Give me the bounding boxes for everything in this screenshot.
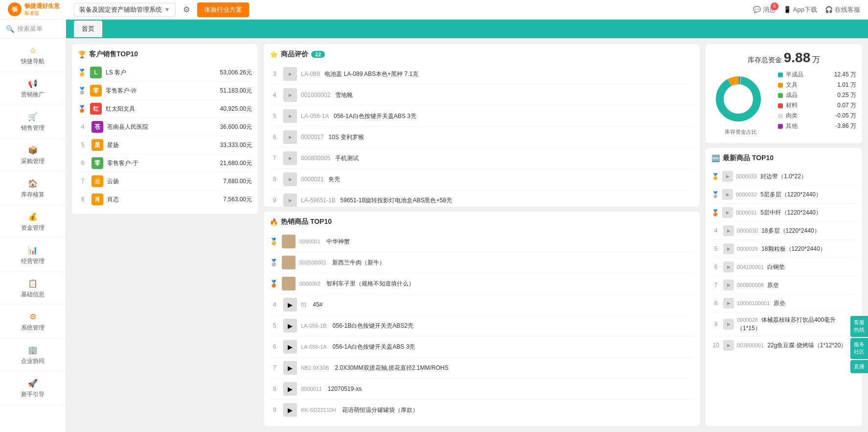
new-product-info: 004100001 白钢垫 (737, 263, 856, 271)
settings-icon[interactable]: ⚙ (180, 3, 193, 17)
product-info: LA-056-1A 056-1A白色按键开关盖ABS 3壳 (301, 112, 694, 120)
product-info: 0000017 10S 变利罗猴 (301, 133, 694, 142)
new-product-name: 5层多层（1220*2440） (760, 191, 822, 198)
sidebar-item-finance[interactable]: 💰 资金管理 (0, 205, 66, 239)
rank-num: 7 (270, 155, 279, 162)
service-label: 在线客服 (835, 5, 860, 14)
rank-num: 5 (78, 142, 88, 148)
item-img: ▶ (722, 207, 733, 218)
hot-product-code: 000500001 (299, 260, 326, 265)
new-product-item: 9 ▶ 0000028 体械荔枝味苏打饮品400毫升（1*15） (711, 312, 856, 336)
customer-avatar: 零 (90, 85, 102, 96)
new-product-code: 0000031 (736, 210, 757, 216)
new-product-item: 7 ▶ 000800008 原垒 (711, 276, 856, 294)
new-product-info: 0000031 5层中纤（1220*2440） (736, 209, 856, 217)
trial-button[interactable]: 体验行业方案 (197, 2, 249, 17)
sidebar-icon-marketing: 📢 (27, 78, 38, 89)
product-name: 夹壳 (328, 176, 340, 183)
sidebar-item-sales[interactable]: 🛒 销售管理 (0, 105, 66, 139)
product-img: ▶ (283, 151, 297, 165)
rank-num: 8 (270, 176, 279, 183)
new-product-item: 🥈 ▶ 0000032 5层多层（1220*2440） (711, 186, 856, 204)
float-btn-2[interactable]: 直播 (850, 360, 868, 373)
float-btn-1[interactable]: 服务 社区 (850, 338, 868, 359)
medal-icon: 🥈 (270, 259, 278, 266)
legend-value: 0.07 万 (837, 101, 856, 110)
new-products-title: 🆕 最新商品 TOP10 (711, 154, 856, 163)
customer-name: LS 客户 (106, 69, 216, 77)
new-product-item: 5 ▶ 0000029 18颗粒板（1220*2440） (711, 240, 856, 258)
hot-products-card: 🔥 热销商品 TOP10 🥇 0000001 中华神蟹 🥈 000500001 … (264, 212, 700, 426)
sidebar-label-purchase: 采购管理 (21, 157, 45, 166)
col-mid: ⭐ 商品评价 22 3 ▶ LA-089 电池盖 LA-089 ABS本色+黑种… (264, 44, 700, 426)
customer-avatar: 零 (91, 157, 103, 169)
message-item[interactable]: 💬 消息 6 (753, 5, 776, 14)
legend-label: 肉类 (786, 112, 832, 120)
app-download-item[interactable]: 📱 App下载 (783, 5, 817, 14)
new-product-code: 10000100001 (737, 300, 770, 306)
customer-name: 苍南县人民医院 (107, 123, 216, 131)
sidebar-item-guide[interactable]: 🚀 新手引导 (0, 372, 66, 405)
rank-num: 6 (711, 264, 720, 270)
hot-product-name: 12070519-xs (328, 385, 362, 392)
medal-icon: 🥇 (711, 173, 719, 180)
legend-dot (778, 124, 783, 129)
sidebar-item-purchase[interactable]: 📦 采购管理 (0, 139, 66, 172)
sidebar-search[interactable]: 🔍 搜索菜单 (0, 20, 66, 39)
rank-num: 9 (711, 321, 720, 328)
hot-product-name: 45# (313, 301, 322, 308)
legend-item: 成品 0.25 万 (778, 91, 856, 99)
legend-item: 其他 -3.86 万 (778, 122, 856, 130)
product-ranking-item: 5 ▶ LA-056-1A 056-1A白色按键开关盖ABS 3壳 (270, 106, 694, 127)
float-btn-0[interactable]: 客服 热线 (850, 316, 868, 337)
sidebar-item-enterprise[interactable]: 🏢 企业协同 (0, 338, 66, 372)
legend-value: 1.01 万 (837, 81, 856, 89)
hot-product-code: 0000011 (301, 386, 322, 392)
inventory-card: 库存总资金 9.88 万 (706, 44, 862, 143)
tab-home[interactable]: 首页 (74, 21, 102, 37)
legend-label: 其他 (786, 122, 832, 130)
search-icon: 🔍 (6, 25, 14, 33)
sidebar-item-home[interactable]: ⌂ 快捷导航 (0, 39, 66, 72)
item-img: ▶ (723, 319, 734, 330)
inventory-legend: 半成品 12.45 万 文具 1.01 万 成品 0.25 万 材料 0.07 … (778, 71, 856, 132)
rank-num: 7 (270, 364, 279, 371)
product-ranking-title: ⭐ 商品评价 22 (270, 50, 694, 59)
sidebar-icon-home: ⌂ (27, 45, 38, 55)
system-select[interactable]: 装备及固定资产辅助管理系统 ▼ (74, 3, 176, 17)
service-item[interactable]: 🎧 在线客服 (825, 5, 860, 14)
new-product-item: 10 ▶ 003800001 22g鱼豆腐·烧烤味（1*12*20） (711, 336, 856, 354)
customer-name: 肖态 (107, 195, 219, 204)
customer-avatar: L (90, 67, 102, 78)
rank-num: 8 (711, 300, 720, 307)
phone-icon: 📱 (783, 6, 791, 13)
sidebar-item-operation[interactable]: 📊 经营管理 (0, 239, 66, 272)
sidebar-label-sales: 销售管理 (21, 124, 45, 132)
trophy-icon: 🏆 (78, 50, 86, 58)
hot-product-name: 中华神蟹 (326, 238, 350, 246)
logo-badge: 标准版 (24, 10, 60, 17)
medal-icon: 🥉 (270, 280, 278, 288)
legend-item: 材料 0.07 万 (778, 101, 856, 110)
customer-avatar: 云 (91, 175, 103, 187)
product-name: 59651-1B旋转投影灯电池盒ABS黑色+58壳 (340, 197, 452, 204)
customer-avatar: 苍 (91, 121, 103, 133)
legend-label: 半成品 (786, 71, 831, 79)
new-product-info: 0000029 18颗粒板（1220*2440） (737, 245, 856, 253)
product-img-placeholder: ▶ (283, 298, 297, 312)
hot-product-code: LA-056-1B (301, 323, 327, 329)
sidebar-item-marketing[interactable]: 📢 营销推广 (0, 72, 66, 105)
hot-product-item: 7 ▶ NB2.0X30B 2.0X30MM双搓花轴,搓花直径2.1MM/ROH… (270, 358, 694, 379)
sidebar-item-inventory[interactable]: 🏠 库存核算 (0, 172, 66, 205)
customer-list-item: 6 零 零售客户-于 21,680.00元 (78, 154, 252, 172)
sidebar-item-basic[interactable]: 📋 基础信息 (0, 272, 66, 305)
item-img: ▶ (723, 225, 734, 236)
svg-point-0 (720, 80, 757, 118)
product-thumbnail (282, 235, 296, 248)
hot-product-name: 新西兰牛肉（新牛） (332, 259, 385, 267)
customer-name: 零售客户-许 (106, 87, 216, 95)
legend-item: 肉类 -0.05 万 (778, 112, 856, 120)
system-name: 装备及固定资产辅助管理系统 (79, 5, 162, 14)
sidebar-item-system[interactable]: ⚙ 系统管理 (0, 305, 66, 338)
new-product-info: 0000030 18多层（1220*2440） (737, 227, 856, 235)
